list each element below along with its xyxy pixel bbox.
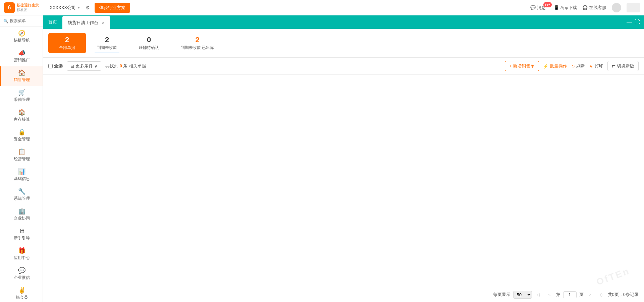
- stat-all[interactable]: 2 全部单据: [48, 33, 86, 53]
- tab-money-goods[interactable]: 钱货日清工作台 ✕: [62, 16, 110, 29]
- sidebar-item-app-center[interactable]: 🎁 应用中心: [0, 244, 43, 264]
- sidebar-item-capital[interactable]: 🔒 资金管理: [0, 126, 43, 145]
- capital-icon: 🔒: [18, 129, 25, 135]
- tab-close-icon[interactable]: ✕: [102, 21, 105, 25]
- first-page-button[interactable]: ⟨⟨: [535, 291, 543, 299]
- tab-maximize-icon[interactable]: ⛶: [635, 19, 640, 25]
- last-page-button[interactable]: ⟩⟩: [597, 291, 605, 299]
- page-input[interactable]: [563, 291, 577, 298]
- sidebar-item-label: 经营管理: [14, 156, 30, 162]
- sidebar-item-enterprise-wechat[interactable]: 💬 企业微信: [0, 264, 43, 284]
- online-service-label: 在线客服: [589, 5, 606, 11]
- message-button[interactable]: 💬 消息 99+: [530, 5, 548, 11]
- sidebar-item-label: 采购管理: [14, 97, 30, 103]
- sales-icon: 🏠: [18, 70, 25, 76]
- per-page-select[interactable]: 50 100 200: [513, 291, 532, 299]
- found-suffix: 相关单据: [129, 63, 146, 68]
- user-name[interactable]: [627, 3, 640, 12]
- switch-label: 切换新版: [617, 63, 634, 69]
- refresh-label: 刷新: [576, 63, 585, 69]
- sidebar-item-inventory[interactable]: 🏠 库存核算: [0, 106, 43, 126]
- wechat-icon: 💬: [18, 267, 25, 274]
- print-label: 打印: [595, 63, 603, 69]
- app-download-button[interactable]: 📱 App下载: [554, 5, 577, 11]
- stat-all-number: 2: [65, 36, 69, 44]
- stat-wangwang[interactable]: 0 旺辅待确认: [128, 33, 170, 53]
- stat-overdue-shipped-label: 到期未收款 已出库: [181, 45, 214, 51]
- stat-overdue-label: 到期未收款: [97, 45, 117, 51]
- filter-chevron-icon: ∨: [94, 64, 98, 69]
- logo-icon: 6: [4, 2, 15, 13]
- stat-overdue-shipped[interactable]: 2 到期未收款 已出库: [170, 33, 225, 53]
- company-selector[interactable]: XXXXXX公司 ▼: [47, 3, 83, 12]
- marketing-icon: 📣: [18, 50, 25, 56]
- purchase-icon: 🛒: [18, 89, 25, 96]
- system-icon: 🔧: [18, 188, 25, 194]
- sidebar-item-label: 快捷导航: [14, 38, 30, 43]
- next-page-button[interactable]: ＞: [586, 291, 594, 299]
- online-service-button[interactable]: 🎧 在线客服: [582, 5, 606, 11]
- stat-all-label: 全部单据: [59, 45, 75, 51]
- new-sales-button[interactable]: + 新增销售单: [505, 61, 539, 71]
- search-menu[interactable]: 🔍 搜索菜单: [0, 15, 43, 27]
- batch-icon: ⚡: [543, 64, 548, 69]
- found-text: 共找到 0 条 相关单据: [105, 63, 146, 69]
- sidebar-item-enterprise-coop[interactable]: 🏢 企业协同: [0, 205, 43, 225]
- company-name: XXXXXX公司: [50, 5, 76, 11]
- sidebar-item-system-mgmt[interactable]: 🔧 系统管理: [0, 185, 43, 205]
- tab-home-label: 首页: [48, 19, 57, 25]
- chevron-down-icon: ▼: [77, 6, 80, 9]
- stat-overdue[interactable]: 2 到期未收款: [86, 33, 128, 53]
- prev-page-button[interactable]: ＜: [545, 291, 553, 299]
- content-area: 首页 钱货日清工作台 ✕ — ⛶ 2 全部单据 2 到期未收款: [43, 15, 644, 302]
- stat-underline: [95, 53, 119, 53]
- sidebar-item-operations[interactable]: 📋 经营管理: [0, 145, 43, 165]
- sidebar-item-label: 营销推广: [14, 57, 30, 63]
- search-menu-label: 搜索菜单: [10, 18, 26, 24]
- sidebar-item-label: 销售管理: [14, 77, 30, 83]
- newbie-icon: 🖥: [19, 228, 25, 234]
- logo: 6 畅捷通好生意 标准版: [4, 2, 47, 13]
- sidebar-item-purchase-mgmt[interactable]: 🛒 采购管理: [0, 86, 43, 106]
- batch-label: 批量操作: [550, 63, 567, 69]
- message-badge: 99+: [543, 2, 552, 7]
- search-icon: 🔍: [3, 19, 8, 23]
- print-button[interactable]: 🖨 打印: [589, 63, 603, 69]
- sidebar: 🔍 搜索菜单 🧭 快捷导航 📣 营销推广 🏠 销售管理 🛒 采购管理 🏠 库存核…: [0, 15, 43, 302]
- sidebar-item-label: 应用中心: [14, 255, 30, 261]
- tab-home[interactable]: 首页: [43, 15, 62, 29]
- app-download-label: App下载: [560, 5, 577, 11]
- print-icon: 🖨: [589, 64, 593, 69]
- stat-wangwang-label: 旺辅待确认: [139, 45, 159, 51]
- select-all-checkbox[interactable]: 全选: [48, 63, 63, 69]
- inventory-icon: 🏠: [18, 109, 25, 115]
- filter-button[interactable]: ⊟ 更多条件 ∨: [67, 61, 101, 71]
- sidebar-item-quick-nav[interactable]: 🧭 快捷导航: [0, 27, 43, 47]
- filter-icon: ⊟: [70, 64, 74, 69]
- sidebar-item-label: 资金管理: [14, 136, 30, 142]
- select-all-input[interactable]: [48, 64, 53, 68]
- settings-button[interactable]: ⚙: [83, 3, 93, 12]
- tab-bar-right: — ⛶: [627, 19, 644, 25]
- sidebar-item-sales-mgmt[interactable]: 🏠 销售管理: [0, 66, 43, 86]
- sidebar-item-newbie[interactable]: 🖥 新手引导: [0, 225, 43, 244]
- operations-icon: 📋: [18, 149, 25, 155]
- sidebar-item-vip[interactable]: ✌ 畅会员: [0, 284, 43, 302]
- sidebar-item-marketing[interactable]: 📣 营销推广: [0, 47, 43, 66]
- stats-row: 2 全部单据 2 到期未收款 0 旺辅待确认 2 到期未收款 已出库: [43, 29, 644, 58]
- avatar[interactable]: [612, 3, 621, 12]
- sidebar-item-label: 企业微信: [14, 275, 30, 281]
- page-content: 2 全部单据 2 到期未收款 0 旺辅待确认 2 到期未收款 已出库: [43, 29, 644, 302]
- sidebar-item-label: 企业协同: [14, 216, 30, 221]
- sidebar-item-basic-info[interactable]: 📊 基础信息: [0, 165, 43, 185]
- quick-nav-icon: 🧭: [18, 30, 25, 36]
- tab-minimize-icon[interactable]: —: [627, 19, 632, 25]
- refresh-button[interactable]: ↻ 刷新: [571, 63, 585, 69]
- per-page-label: 每页显示: [493, 292, 511, 298]
- select-all-label: 全选: [54, 63, 63, 69]
- trial-button[interactable]: 体验行业方案: [95, 3, 130, 13]
- sidebar-item-label: 库存核算: [14, 117, 30, 122]
- switch-version-button[interactable]: ⇄ 切换新版: [607, 61, 639, 71]
- batch-operation-button[interactable]: ⚡ 批量操作: [543, 63, 567, 69]
- pagination: 每页显示 50 100 200 ⟨⟨ ＜ 第 页 ＞ ⟩⟩ 共0页，0条记录: [43, 287, 644, 302]
